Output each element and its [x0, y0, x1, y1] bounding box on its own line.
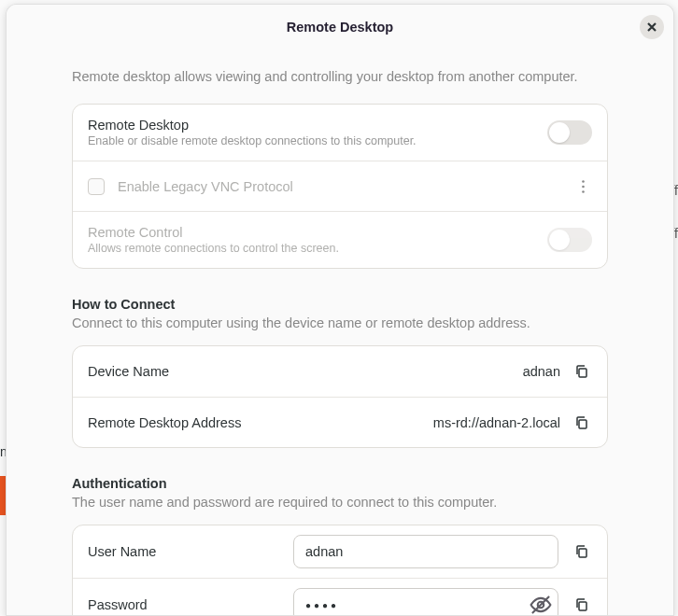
rc-title: Remote Control: [88, 225, 547, 240]
dialog-content: Remote desktop allows viewing and contro…: [7, 49, 673, 615]
password-label: Password: [88, 597, 293, 612]
rd-title: Remote Desktop: [88, 118, 547, 133]
kebab-icon: [582, 180, 585, 193]
password-row: Password: [73, 578, 607, 615]
username-input[interactable]: [293, 535, 558, 568]
copy-icon: [574, 597, 589, 612]
legacy-vnc-label: Enable Legacy VNC Protocol: [118, 179, 573, 194]
options-group: Remote Desktop Enable or disable remote …: [72, 104, 608, 269]
copy-password-button[interactable]: [572, 595, 592, 615]
eye-off-icon: [529, 593, 553, 615]
close-icon: [646, 21, 657, 33]
remote-desktop-row: Remote Desktop Enable or disable remote …: [73, 105, 607, 161]
rd-address-row: Remote Desktop Address ms-rd://adnan-2.l…: [73, 397, 607, 447]
copy-device-name-button[interactable]: [572, 361, 592, 382]
connect-heading: How to Connect: [72, 297, 608, 312]
close-button[interactable]: [640, 15, 664, 39]
copy-icon: [574, 364, 589, 379]
device-name-value: adnan: [523, 364, 560, 379]
copy-username-button[interactable]: [572, 541, 592, 562]
svg-rect-5: [579, 549, 586, 557]
legacy-vnc-row: Enable Legacy VNC Protocol: [73, 161, 607, 211]
svg-point-0: [582, 180, 585, 183]
rd-subtitle: Enable or disable remote desktop connect…: [88, 134, 547, 147]
auth-desc: The user name and password are required …: [72, 495, 608, 510]
copy-rd-address-button[interactable]: [572, 413, 592, 433]
svg-point-1: [582, 185, 585, 188]
remote-desktop-switch[interactable]: [547, 120, 592, 145]
vnc-options-menu-button[interactable]: [573, 177, 592, 196]
connect-desc: Connect to this computer using the devic…: [72, 315, 608, 330]
username-row: User Name: [73, 525, 607, 578]
svg-point-2: [582, 190, 585, 193]
remote-control-row: Remote Control Allows remote connections…: [73, 211, 607, 268]
intro-text: Remote desktop allows viewing and contro…: [72, 67, 608, 87]
copy-icon: [574, 415, 589, 430]
auth-group: User Name Password: [72, 525, 608, 615]
copy-icon: [574, 544, 589, 559]
toggle-password-visibility-button[interactable]: [529, 593, 553, 615]
remote-desktop-dialog: Remote Desktop Remote desktop allows vie…: [6, 4, 674, 616]
dialog-titlebar: Remote Desktop: [7, 5, 673, 49]
rd-address-label: Remote Desktop Address: [88, 415, 433, 430]
rc-subtitle: Allows remote connections to control the…: [88, 242, 547, 255]
remote-control-switch: [547, 228, 592, 252]
legacy-vnc-checkbox[interactable]: [88, 178, 105, 195]
svg-rect-4: [579, 420, 586, 428]
svg-rect-3: [579, 369, 586, 377]
password-input[interactable]: [293, 588, 558, 615]
connect-group: Device Name adnan Remote Desktop Address…: [72, 345, 608, 448]
auth-heading: Authentication: [72, 476, 608, 491]
device-name-label: Device Name: [88, 364, 523, 379]
device-name-row: Device Name adnan: [73, 346, 607, 397]
rd-address-value: ms-rd://adnan-2.local: [433, 415, 560, 430]
svg-rect-7: [579, 602, 586, 610]
dialog-title: Remote Desktop: [287, 20, 393, 35]
username-label: User Name: [88, 544, 293, 559]
